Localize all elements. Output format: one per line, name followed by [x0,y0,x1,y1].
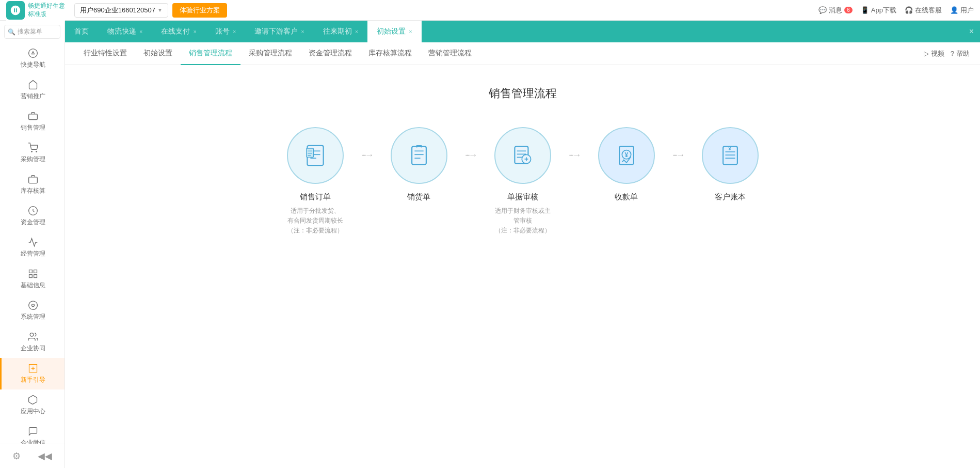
subtab-label: 库存核算流程 [368,49,412,58]
sidebar-item-guide[interactable]: 快捷导航 [0,43,65,74]
arrow-icon: --→ [569,150,580,161]
tab-payment[interactable]: 在线支付 × [152,21,205,42]
close-icon[interactable]: × [139,28,142,35]
subtab-sales-flow[interactable]: 销售管理流程 [181,42,240,65]
tab-nav: 首页 物流快递 × 在线支付 × 账号 × 邀请下游客户 × 往来期初 × [65,21,980,42]
sidebar-item-label: 企业微信 [21,439,45,444]
sidebar-item-corp[interactable]: 企业协同 [0,326,65,358]
user-selector-text: 用户690企业1660120507 [80,6,155,15]
subtab-label: 初始设置 [143,49,172,58]
svg-point-1 [31,151,33,152]
close-all-tabs-btn[interactable]: × [963,21,980,42]
flow-desc-sales-order: 适用于分批发货、有合同发货周期较长（注：非必要流程） [287,206,343,236]
svg-rect-7 [29,275,33,278]
flow-label-receipt: 收款单 [615,192,638,202]
search-menu-button[interactable]: 🔍 搜索菜单 [4,25,60,39]
tab-label: 账号 [215,27,230,36]
tab-account[interactable]: 账号 × [206,21,245,42]
subtab-label: 采购管理流程 [249,49,292,58]
chevron-down-icon: ▼ [157,7,163,13]
svg-point-2 [36,151,37,152]
page-content: 销售管理流程 [65,65,980,468]
subtab-initial[interactable]: 初始设置 [135,42,181,65]
tab-label: 邀请下游客户 [254,27,298,36]
subtab-industry[interactable]: 行业特性设置 [75,42,135,65]
close-icon[interactable]: × [193,28,196,35]
sidebar-item-inventory[interactable]: 库存核算 [0,169,65,200]
arrow-icon: --→ [465,150,476,161]
sidebar-item-operation[interactable]: 经营管理 [0,232,65,263]
flow-circle-audit [494,127,551,184]
sidebar-item-wechat[interactable]: 企业微信 [0,421,65,444]
help-label: 帮助 [956,49,970,58]
subtab-marketing-flow[interactable]: 营销管理流程 [420,42,480,65]
sidebar-item-label: 快捷导航 [21,60,45,69]
sidebar-item-marketing[interactable]: 营销推广 [0,74,65,106]
app-download-label: App下载 [871,6,896,15]
message-btn[interactable]: 💬 消息 6 [818,6,853,15]
collapse-sidebar-btn[interactable]: ◀◀ [36,448,54,464]
play-icon: ▷ [924,50,929,57]
sidebar: 🔍 搜索菜单 快捷导航 营销推广 销售管理 采购管理 [0,21,65,468]
sidebar-item-label: 资金管理 [21,218,45,227]
flow-diagram: 销售订单 适用于分批发货、有合同发货周期较长（注：非必要流程） --→ [75,127,970,236]
help-btn[interactable]: ? 帮助 [951,49,970,58]
sidebar-item-purchase[interactable]: 采购管理 [0,137,65,169]
online-service-btn[interactable]: 🎧 在线客服 [905,6,942,15]
tab-downstream[interactable]: 邀请下游客户 × [245,21,313,42]
flow-circle-sales-order [287,127,344,184]
sidebar-item-label: 采购管理 [21,155,45,164]
sidebar-item-label: 销售管理 [21,123,45,132]
app-download-btn[interactable]: 📱 App下载 [861,6,896,15]
sidebar-item-appstore[interactable]: 应用中心 [0,389,65,421]
sidebar-item-label: 库存核算 [21,186,45,195]
svg-rect-3 [29,177,38,183]
message-icon: 💬 [818,6,827,14]
settings-bottom-btn[interactable]: ⚙ [10,448,23,464]
tab-logistics[interactable]: 物流快递 × [98,21,152,42]
subtab-label: 销售管理流程 [189,49,232,58]
sidebar-item-label: 经营管理 [21,249,45,258]
sidebar-item-newbie[interactable]: 新手引导 [0,358,65,389]
logo-image [6,1,25,20]
subtab-label: 行业特性设置 [84,49,127,58]
flow-arrow-1: --→ [362,127,373,161]
close-icon[interactable]: × [233,28,236,35]
subtab-capital-flow[interactable]: 资金管理流程 [300,42,360,65]
sidebar-item-sales[interactable]: 销售管理 [0,106,65,137]
headset-icon: 🎧 [905,6,913,14]
sidebar-bottom: ⚙ ◀◀ [0,444,65,468]
video-help-btn[interactable]: ▷ 视频 [924,49,944,58]
svg-point-0 [29,49,38,58]
flow-label-ledger: 客户账本 [715,192,746,202]
close-icon[interactable]: × [409,28,412,35]
user-selector[interactable]: 用户690企业1660120507 ▼ [74,3,168,18]
flow-step-audit: 单据审核 适用于财务审核或主管审核（注：非必要流程） [476,127,569,236]
online-service-label: 在线客服 [915,6,942,15]
close-icon[interactable]: × [301,28,304,35]
tab-label: 首页 [74,27,89,36]
svg-rect-5 [29,270,33,273]
logo-subtitle: 标准版 [28,10,65,19]
flow-label-sales-bill: 销货单 [407,192,430,202]
subtab-inventory-flow[interactable]: 库存核算流程 [360,42,420,65]
top-bar: 畅捷通好生意 标准版 用户690企业1660120507 ▼ 体验行业方案 💬 … [0,0,980,21]
logo: 畅捷通好生意 标准版 [6,0,65,23]
subtab-purchase-flow[interactable]: 采购管理流程 [240,42,300,65]
sidebar-item-system[interactable]: 系统管理 [0,295,65,326]
search-icon: 🔍 [8,28,15,36]
trial-button[interactable]: 体验行业方案 [172,3,227,18]
user-avatar-btn[interactable]: 👤 用户 [950,6,974,15]
subtab-label: 营销管理流程 [428,49,472,58]
tab-label: 往来期初 [323,27,352,36]
top-bar-left: 畅捷通好生意 标准版 用户690企业1660120507 ▼ 体验行业方案 [6,0,227,23]
sidebar-item-basic[interactable]: 基础信息 [0,263,65,295]
tab-home[interactable]: 首页 [65,21,98,42]
svg-text:¥: ¥ [624,151,628,159]
flow-arrow-2: --→ [465,127,476,161]
tab-setup[interactable]: 初始设置 × [367,21,421,42]
sidebar-item-finance[interactable]: 资金管理 [0,200,65,232]
tab-period[interactable]: 往来期初 × [314,21,367,42]
close-icon[interactable]: × [355,28,358,35]
download-icon: 📱 [861,6,869,14]
